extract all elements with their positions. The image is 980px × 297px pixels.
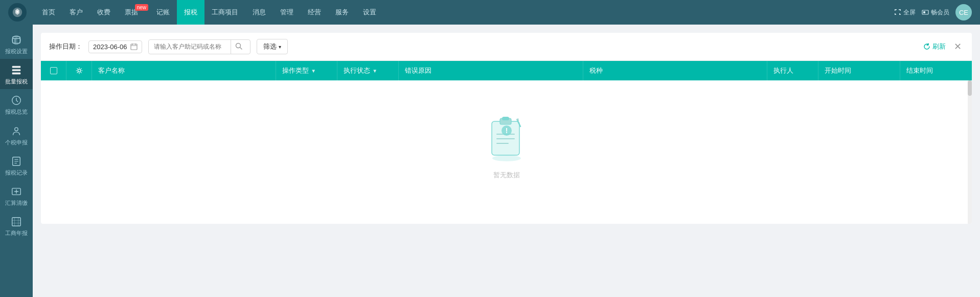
refresh-label: 刷新 xyxy=(932,42,946,51)
th-end-time: 结束时间 xyxy=(900,61,972,80)
sidebar-item-personal-tax[interactable]: 个税申报 xyxy=(0,120,33,150)
date-picker[interactable]: 2023-06-06 xyxy=(88,40,142,53)
empty-text: 暂无数据 xyxy=(493,171,520,180)
nav-accounting[interactable]: 记账 xyxy=(149,0,177,25)
th-start-time-label: 开始时间 xyxy=(825,66,851,75)
svg-point-23 xyxy=(78,70,80,72)
settlement-icon xyxy=(10,185,22,198)
date-value: 2023-06-06 xyxy=(93,43,127,51)
sidebar-item-tax-overview[interactable]: 报税总览 xyxy=(0,89,33,119)
sidebar-label-batch-tax: 批量报税 xyxy=(5,78,28,85)
th-checkbox[interactable] xyxy=(41,61,66,80)
top-nav-right: 全屏 畅会员 CE xyxy=(894,4,972,20)
refresh-icon xyxy=(923,43,930,50)
close-button[interactable]: ✕ xyxy=(952,41,964,52)
sidebar-label-annual-report: 工商年报 xyxy=(5,230,28,237)
toolbar: 操作日期： 2023-06-06 xyxy=(41,33,972,61)
filter-icon-operation: ▼ xyxy=(311,68,316,74)
th-operation-type-label: 操作类型 xyxy=(282,66,309,75)
th-operation-type[interactable]: 操作类型 ▼ xyxy=(276,61,337,80)
scrollbar[interactable] xyxy=(968,80,972,224)
svg-rect-16 xyxy=(12,218,21,226)
th-tax-type: 税种 xyxy=(583,61,767,80)
table-body: ! 暂无数据 xyxy=(41,80,972,224)
empty-state: ! 暂无数据 xyxy=(41,80,972,221)
svg-line-22 xyxy=(240,47,242,49)
refresh-button[interactable]: 刷新 xyxy=(923,42,946,51)
sidebar-label-tax-record: 报税记录 xyxy=(5,169,28,176)
sidebar-item-annual-report[interactable]: 工商年报 xyxy=(0,210,33,241)
search-box[interactable] xyxy=(148,39,250,54)
settings-icon xyxy=(10,34,22,46)
record-icon xyxy=(10,155,22,167)
scrollbar-thumb[interactable] xyxy=(968,80,972,96)
app-logo[interactable] xyxy=(8,3,27,22)
th-error-reason-label: 错误原因 xyxy=(405,66,431,75)
th-error-reason: 错误原因 xyxy=(399,61,583,80)
column-settings-icon xyxy=(76,67,83,74)
member-button[interactable]: 畅会员 xyxy=(922,8,949,17)
annual-icon xyxy=(10,216,22,228)
nav-home[interactable]: 首页 xyxy=(35,0,62,25)
nav-service[interactable]: 服务 xyxy=(328,0,356,25)
empty-illustration: ! xyxy=(484,111,530,162)
date-label: 操作日期： xyxy=(49,42,82,51)
nav-industry[interactable]: 工商项目 xyxy=(204,0,245,25)
fullscreen-button[interactable]: 全屏 xyxy=(894,8,916,17)
search-icon xyxy=(235,43,242,50)
nav-invoice[interactable]: 票据 new xyxy=(118,0,149,25)
nav-settings[interactable]: 设置 xyxy=(356,0,383,25)
sidebar-label-tax-overview: 报税总览 xyxy=(5,109,28,115)
main-content: 操作日期： 2023-06-06 xyxy=(33,25,980,297)
th-settings[interactable] xyxy=(66,61,92,80)
invoice-badge: new xyxy=(135,4,148,11)
svg-rect-8 xyxy=(12,73,21,75)
sidebar-item-batch-tax[interactable]: 批量报税 xyxy=(0,59,33,89)
sidebar-label-settlement: 汇算清缴 xyxy=(5,200,28,206)
chevron-down-icon: ▾ xyxy=(279,44,281,50)
page-container: 操作日期： 2023-06-06 xyxy=(41,33,972,224)
sidebar-label-personal-tax: 个税申报 xyxy=(5,139,28,146)
svg-rect-27 xyxy=(502,117,509,120)
svg-rect-6 xyxy=(12,66,21,68)
filter-icon-status: ▼ xyxy=(372,68,377,74)
sidebar-item-tax-record[interactable]: 报税记录 xyxy=(0,150,33,180)
svg-rect-2 xyxy=(923,11,925,13)
nav-collection[interactable]: 收费 xyxy=(90,0,118,25)
th-start-time: 开始时间 xyxy=(818,61,900,80)
nav-message[interactable]: 消息 xyxy=(245,0,273,25)
nav-manage[interactable]: 管理 xyxy=(273,0,301,25)
nav-customer[interactable]: 客户 xyxy=(62,0,90,25)
th-execution-status[interactable]: 执行状态 ▼ xyxy=(337,61,399,80)
th-end-time-label: 结束时间 xyxy=(906,66,933,75)
search-button[interactable] xyxy=(231,40,246,54)
nav-menu: 首页 客户 收费 票据 new 记账 报税 工商项目 消息 管理 经营 服务 设… xyxy=(35,0,894,25)
user-avatar[interactable]: CE xyxy=(955,4,972,20)
calendar-icon xyxy=(130,43,138,50)
svg-point-10 xyxy=(15,128,18,131)
overview-icon xyxy=(10,94,22,107)
filter-button[interactable]: 筛选 ▾ xyxy=(257,39,288,54)
nav-finance[interactable]: 经营 xyxy=(301,0,328,25)
svg-text:!: ! xyxy=(505,126,508,135)
th-executor: 执行人 xyxy=(767,61,818,80)
svg-rect-7 xyxy=(12,69,21,71)
sidebar: 报税设置 批量报税 报税总览 个税申报 xyxy=(0,25,33,297)
sidebar-item-tax-settings[interactable]: 报税设置 xyxy=(0,29,33,59)
th-customer-name-label: 客户名称 xyxy=(98,66,125,75)
nav-tax[interactable]: 报税 xyxy=(177,0,204,25)
select-all-checkbox[interactable] xyxy=(50,67,57,74)
th-executor-label: 执行人 xyxy=(773,66,793,75)
svg-point-0 xyxy=(16,11,18,13)
svg-point-24 xyxy=(492,155,521,161)
th-customer-name: 客户名称 xyxy=(92,61,276,80)
th-tax-type-label: 税种 xyxy=(589,66,603,75)
search-input[interactable] xyxy=(149,40,231,53)
filter-label: 筛选 xyxy=(263,42,277,51)
table-header: 客户名称 操作类型 ▼ 执行状态 ▼ 错误原因 税种 执行人 开始时间 xyxy=(41,61,972,80)
top-navigation: 首页 客户 收费 票据 new 记账 报税 工商项目 消息 管理 经营 服务 设… xyxy=(0,0,980,25)
sidebar-item-settlement[interactable]: 汇算清缴 xyxy=(0,180,33,210)
batch-icon xyxy=(10,64,22,76)
th-execution-status-label: 执行状态 xyxy=(344,66,370,75)
personal-icon xyxy=(10,125,22,137)
